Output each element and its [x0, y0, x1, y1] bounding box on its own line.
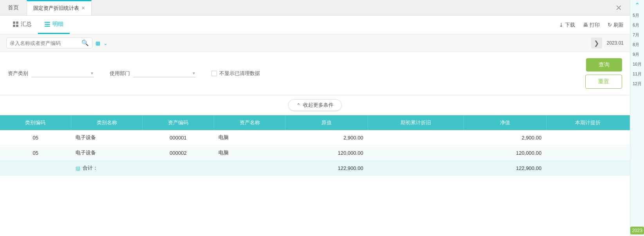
sidebar-month-item[interactable]: 9月 — [633, 50, 642, 59]
query-button[interactable]: 查询 — [586, 58, 622, 72]
tab-summary[interactable]: 汇总 — [6, 16, 38, 34]
search-input[interactable] — [10, 40, 79, 46]
sidebar-month-item[interactable]: 5月 — [633, 11, 642, 20]
col-category-name: 类别名称 — [71, 115, 142, 130]
tab-close-icon[interactable]: × — [81, 5, 85, 11]
asset-type-arrow-icon: ▼ — [90, 71, 94, 75]
summary-icon — [13, 21, 19, 27]
toolbar-right: ⤓ 下载 🖶 打印 ↻ 刷新 — [559, 21, 624, 29]
sidebar-month-item[interactable]: 8月 — [633, 40, 642, 50]
print-icon: 🖶 — [583, 22, 588, 28]
dept-filter: 使用部门 ▼ — [110, 70, 196, 77]
dept-label: 使用部门 — [110, 70, 130, 77]
col-category-code: 类别编码 — [0, 115, 71, 130]
cell-code: 05 — [0, 130, 71, 145]
filter-buttons: 查询 重置 — [585, 58, 622, 89]
cell-current-depreciation — [546, 145, 630, 161]
svg-rect-6 — [45, 26, 50, 27]
col-current-depreciation: 本期计提折 — [546, 115, 630, 130]
cell-asset-code: 000002 — [143, 145, 214, 161]
refresh-label: 刷新 — [613, 21, 624, 29]
chevron-up-icon: ⌃ — [296, 102, 301, 108]
svg-rect-4 — [45, 22, 50, 23]
search-icon[interactable]: 🔍 — [81, 39, 89, 46]
asset-type-label: 资产类别 — [8, 70, 28, 77]
window-close-button[interactable]: ✕ — [608, 3, 630, 13]
total-net-value: 122,900.00 — [464, 161, 546, 176]
cell-category: 电子设备 — [71, 130, 142, 145]
right-sidebar: ⌃ 5月6月7月8月9月10月11月12月 2023 — [630, 0, 644, 236]
no-cleared-filter[interactable]: 不显示已清理数据 — [211, 70, 260, 77]
total-icon: ▤ — [76, 165, 80, 171]
tab-bar: 首页 固定资产折旧统计表 × ✕ — [0, 0, 630, 16]
total-accumulated-depreciation — [368, 161, 464, 176]
svg-rect-5 — [45, 24, 50, 25]
sidebar-arrow-up[interactable]: ⌃ — [635, 2, 640, 9]
cell-category: 电子设备 — [71, 145, 142, 161]
tab-detail[interactable]: 明细 — [38, 16, 70, 34]
total-row: ▤ 合计： 122,900.00 122,900.00 — [0, 161, 630, 176]
no-cleared-label: 不显示已清理数据 — [219, 70, 260, 77]
collapse-row: ⌃ 收起更多条件 — [0, 95, 630, 115]
cell-code: 05 — [0, 145, 71, 161]
sidebar-month-item[interactable]: 7月 — [633, 30, 642, 40]
collapse-button[interactable]: ⌃ 收起更多条件 — [288, 99, 342, 111]
svg-rect-3 — [16, 25, 18, 27]
sidebar-month-item[interactable]: 10月 — [633, 59, 642, 69]
svg-rect-0 — [13, 21, 15, 24]
print-button[interactable]: 🖶 打印 — [583, 21, 600, 29]
col-asset-code: 资产编码 — [143, 115, 214, 130]
sidebar-year-badge[interactable]: 2023 — [630, 227, 644, 234]
active-tab-label: 固定资产折旧统计表 — [33, 5, 79, 12]
total-cell-empty1 — [0, 161, 71, 176]
search-input-wrap: 🔍 — [6, 38, 92, 48]
col-accumulated-depreciation: 期初累计折旧 — [368, 115, 464, 130]
asset-type-select[interactable]: ▼ — [31, 70, 94, 77]
date-display: 2023.01 — [607, 40, 624, 46]
collapse-label: 收起更多条件 — [303, 102, 334, 109]
cell-original-value: 2,900.00 — [285, 130, 368, 145]
refresh-icon: ↻ — [608, 22, 612, 28]
detail-icon — [44, 21, 51, 27]
download-button[interactable]: ⤓ 下载 — [559, 21, 575, 29]
cell-current-depreciation — [546, 130, 630, 145]
tab-active[interactable]: 固定资产折旧统计表 × — [27, 0, 92, 15]
nav-arrow-right[interactable]: ❯ — [591, 38, 602, 48]
download-label: 下载 — [565, 21, 575, 29]
table-row: 05 电子设备 000002 电脑 120,000.00 120,000.00 — [0, 145, 630, 161]
tab-home[interactable]: 首页 — [0, 0, 27, 15]
total-cell-empty2 — [214, 161, 285, 176]
dept-select[interactable]: ▼ — [133, 70, 196, 77]
sidebar-month-item[interactable]: 12月 — [633, 79, 642, 89]
cell-accumulated-depreciation — [368, 130, 464, 145]
dept-arrow-icon: ▼ — [192, 71, 196, 75]
sub-toolbar: 汇总 明细 ⤓ 下载 🖶 打印 ↻ 刷新 — [0, 16, 630, 34]
table-wrap: 类别编码 类别名称 资产编码 资产名称 原值 期初累计折旧 净值 本期计提折 0… — [0, 115, 630, 236]
col-net-value: 净值 — [464, 115, 546, 130]
table-header-row: 类别编码 类别名称 资产编码 资产名称 原值 期初累计折旧 净值 本期计提折 — [0, 115, 630, 130]
reset-button[interactable]: 重置 — [585, 75, 622, 89]
cell-net-value: 2,900.00 — [464, 130, 546, 145]
more-filter-button[interactable]: ▦ ⌄ — [96, 40, 108, 46]
cell-asset-code: 000001 — [143, 130, 214, 145]
print-label: 打印 — [590, 21, 600, 29]
sidebar-month-item[interactable]: 11月 — [633, 69, 642, 79]
refresh-button[interactable]: ↻ 刷新 — [608, 21, 624, 29]
total-original-value: 122,900.00 — [285, 161, 368, 176]
filter-panel: 资产类别 ▼ 使用部门 ▼ 不显示已清理数据 查询 重置 — [0, 52, 630, 95]
svg-rect-1 — [16, 21, 18, 24]
col-original-value: 原值 — [285, 115, 368, 130]
cell-accumulated-depreciation — [368, 145, 464, 161]
tab-summary-label: 汇总 — [21, 21, 32, 28]
table-row: 05 电子设备 000001 电脑 2,900.00 2,900.00 — [0, 130, 630, 145]
cell-original-value: 120,000.00 — [285, 145, 368, 161]
download-icon: ⤓ — [559, 22, 563, 28]
cell-asset-name: 电脑 — [214, 130, 285, 145]
no-cleared-checkbox[interactable] — [211, 71, 217, 76]
asset-table: 类别编码 类别名称 资产编码 资产名称 原值 期初累计折旧 净值 本期计提折 0… — [0, 115, 630, 176]
svg-rect-2 — [13, 25, 15, 27]
search-bar: 🔍 ▦ ⌄ ❯ 2023.01 — [0, 34, 630, 52]
sidebar-month-item[interactable]: 6月 — [633, 20, 642, 30]
tab-detail-label: 明细 — [52, 21, 63, 28]
col-asset-name: 资产名称 — [214, 115, 285, 130]
